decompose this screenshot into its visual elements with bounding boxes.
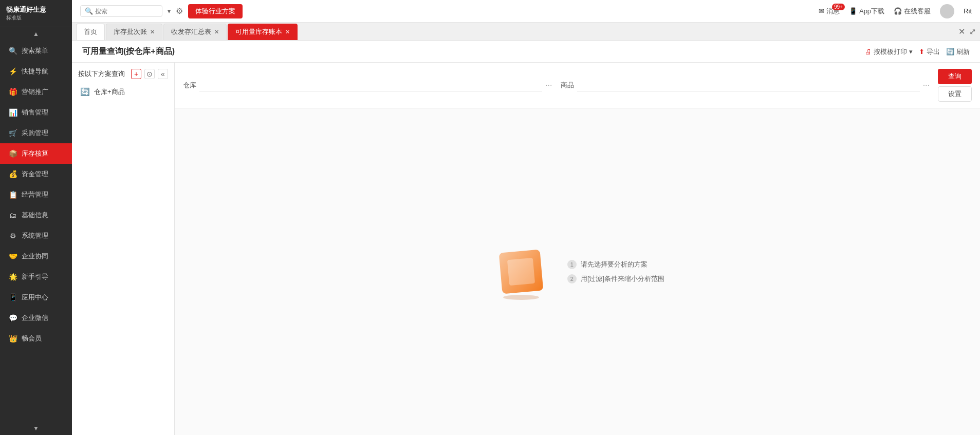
message-badge: 99+ — [832, 4, 845, 10]
online-service-label: 在线客服 — [904, 7, 931, 16]
query-button[interactable]: 查询 — [938, 69, 972, 84]
add-scheme-button[interactable]: + — [131, 69, 141, 79]
industry-solution-button[interactable]: 体验行业方案 — [188, 4, 243, 18]
sidebar-icon-appcenter: 📱 — [8, 293, 17, 301]
sidebar-item-quicknav[interactable]: ⚡ 快捷导航 — [0, 61, 72, 82]
phone-icon: 📱 — [849, 7, 857, 15]
query-actions: 查询 设置 — [938, 69, 972, 102]
tab-home[interactable]: 首页 — [76, 24, 105, 40]
sidebar-icon-enterprise: 🤝 — [8, 252, 17, 260]
product-input[interactable] — [577, 79, 920, 91]
headset-icon: 🎧 — [894, 7, 902, 15]
print-button[interactable]: 🖨 按模板打印 ▾ — [865, 47, 913, 56]
sidebar-item-newguide[interactable]: 🌟 新手引导 — [0, 267, 72, 287]
sidebar-icon-marketing: 🎁 — [8, 88, 17, 96]
scheme-settings-button[interactable]: ⊙ — [144, 69, 155, 79]
print-dropdown-arrow[interactable]: ▾ — [909, 48, 913, 55]
sidebar-icon-basics: 🗂 — [8, 211, 17, 219]
sidebar: 畅康通好生意 标准版 ▲ 🔍 搜索菜单 ⚡ 快捷导航 🎁 营销推广 📊 销售管理… — [0, 0, 72, 435]
tab-summary[interactable]: 收发存汇总表✕ — [163, 24, 227, 40]
page-header-actions: 🖨 按模板打印 ▾ ⬆ 导出 🔄 刷新 — [865, 47, 970, 56]
filter-header-actions: + ⊙ « — [131, 69, 168, 79]
dropdown-arrow[interactable]: ▾ — [168, 8, 171, 15]
message-button[interactable]: ✉ 消息 99+ — [819, 7, 840, 16]
export-button[interactable]: ⬆ 导出 — [919, 47, 940, 56]
sidebar-item-system[interactable]: ⚙ 系统管理 — [0, 225, 72, 246]
sidebar-label-quicknav: 快捷导航 — [22, 67, 48, 76]
search-input[interactable] — [95, 8, 157, 15]
empty-state: 1 请先选择要分析的方案 2 用[过滤]条件来缩小分析范围 — [175, 108, 980, 435]
sidebar-label-sales: 销售管理 — [22, 108, 48, 117]
filter-item-warehouse-product[interactable]: 🔄 仓库+商品 — [72, 83, 174, 101]
filter-panel: 按以下方案查询 + ⊙ « 🔄 仓库+商品 — [72, 63, 175, 435]
sidebar-item-enterprise[interactable]: 🤝 企业协同 — [0, 246, 72, 267]
sidebar-label-purchase: 采购管理 — [22, 128, 48, 138]
sidebar-item-inventory[interactable]: 📦 库存核算 — [0, 143, 72, 164]
username-label: Rit — [964, 7, 972, 15]
sidebar-scroll-up[interactable]: ▲ — [0, 27, 72, 41]
sidebar-item-basics[interactable]: 🗂 基础信息 — [0, 205, 72, 225]
tab-batch[interactable]: 库存批次账✕ — [106, 24, 162, 40]
topbar: 🔍 ▾ ⚙ 体验行业方案 ✉ 消息 99+ 📱 App下载 🎧 在线客服 Rit — [72, 0, 980, 23]
sidebar-nav: 🔍 搜索菜单 ⚡ 快捷导航 🎁 营销推广 📊 销售管理 🛒 采购管理 📦 库存核… — [0, 41, 72, 422]
tab-close-summary[interactable]: ✕ — [214, 29, 219, 35]
sidebar-item-sales[interactable]: 📊 销售管理 — [0, 102, 72, 123]
sidebar-item-membership[interactable]: 👑 畅会员 — [0, 328, 72, 349]
gear-icon[interactable]: ⚙ — [176, 6, 183, 16]
refresh-button[interactable]: 🔄 刷新 — [946, 47, 970, 56]
tab-close-batch[interactable]: ✕ — [150, 29, 155, 35]
sidebar-label-enterprise: 企业协同 — [22, 252, 48, 261]
close-tab-button[interactable]: ✕ — [958, 27, 965, 36]
empty-tip-2: 2 用[过滤]条件来缩小分析范围 — [567, 274, 664, 283]
topbar-search-box: 🔍 — [80, 5, 162, 17]
warehouse-more-button[interactable]: ··· — [545, 81, 552, 90]
app-download-label: App下载 — [859, 7, 884, 16]
sidebar-icon-operations: 📋 — [8, 191, 17, 199]
warehouse-label: 仓库 — [183, 81, 196, 90]
page-header: 可用量查询(按仓库+商品) 🖨 按模板打印 ▾ ⬆ 导出 🔄 刷新 — [72, 41, 980, 63]
user-avatar[interactable] — [940, 4, 954, 18]
sidebar-label-operations: 经营管理 — [22, 190, 48, 199]
sidebar-logo: 畅康通好生意 标准版 — [0, 0, 72, 27]
sidebar-icon-membership: 👑 — [8, 334, 17, 343]
sidebar-item-purchase[interactable]: 🛒 采购管理 — [0, 123, 72, 143]
tip-num-1: 1 — [567, 260, 577, 269]
app-name: 畅康通好生意 — [6, 5, 66, 14]
sidebar-item-search[interactable]: 🔍 搜索菜单 — [0, 41, 72, 61]
sidebar-icon-system: ⚙ — [8, 232, 17, 240]
empty-tips: 1 请先选择要分析的方案 2 用[过滤]条件来缩小分析范围 — [567, 260, 664, 283]
product-more-button[interactable]: ··· — [923, 81, 930, 90]
sidebar-item-finance[interactable]: 💰 资金管理 — [0, 164, 72, 184]
tab-available[interactable]: 可用量库存账本✕ — [228, 24, 298, 40]
filter-title: 按以下方案查询 — [78, 69, 125, 79]
main-content: 🔍 ▾ ⚙ 体验行业方案 ✉ 消息 99+ 📱 App下载 🎧 在线客服 Rit — [72, 0, 980, 435]
filter-item-icon: 🔄 — [80, 87, 90, 97]
tab-label-batch: 库存批次账 — [114, 27, 147, 36]
tab-close-available[interactable]: ✕ — [285, 29, 290, 35]
export-icon: ⬆ — [919, 48, 924, 55]
search-icon: 🔍 — [85, 7, 93, 15]
sidebar-item-marketing[interactable]: 🎁 营销推广 — [0, 82, 72, 102]
content-area: 按以下方案查询 + ⊙ « 🔄 仓库+商品 仓库 ··· — [72, 63, 980, 435]
sidebar-label-basics: 基础信息 — [22, 211, 48, 220]
sidebar-item-operations[interactable]: 📋 经营管理 — [0, 184, 72, 205]
collapse-button[interactable]: « — [158, 69, 168, 79]
sidebar-scroll-down[interactable]: ▼ — [0, 422, 72, 435]
settings-button[interactable]: 设置 — [938, 86, 972, 102]
warehouse-input[interactable] — [199, 79, 542, 91]
topbar-right: ✉ 消息 99+ 📱 App下载 🎧 在线客服 Rit — [819, 4, 972, 18]
sidebar-icon-purchase: 🛒 — [8, 129, 17, 137]
sidebar-label-membership: 畅会员 — [22, 334, 42, 343]
sidebar-label-search: 搜索菜单 — [22, 46, 48, 55]
online-service-button[interactable]: 🎧 在线客服 — [894, 7, 931, 16]
app-download-button[interactable]: 📱 App下载 — [849, 7, 884, 16]
sidebar-item-appcenter[interactable]: 📱 应用中心 — [0, 287, 72, 308]
print-icon: 🖨 — [865, 48, 872, 55]
tabs-bar: 首页库存批次账✕收发存汇总表✕可用量库存账本✕ ✕ ⤢ — [72, 23, 980, 41]
expand-button[interactable]: ⤢ — [969, 27, 976, 36]
sidebar-item-wxenterprise[interactable]: 💬 企业微信 — [0, 308, 72, 328]
sidebar-label-newguide: 新手引导 — [22, 272, 48, 281]
product-label: 商品 — [561, 81, 574, 90]
sidebar-icon-newguide: 🌟 — [8, 273, 17, 281]
tabs-right-actions: ✕ ⤢ — [958, 27, 976, 36]
